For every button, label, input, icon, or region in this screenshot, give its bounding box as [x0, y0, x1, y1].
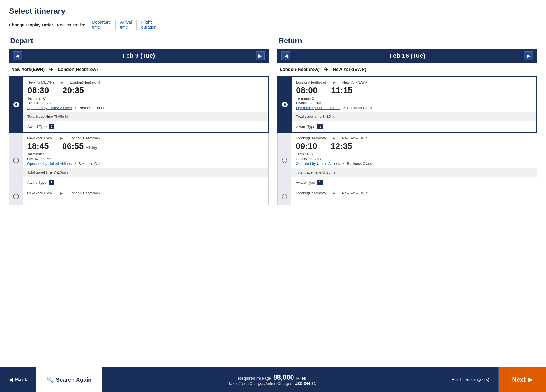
back-button[interactable]: ◀ Back	[0, 367, 36, 392]
return-origin: London(Heathrow)	[280, 67, 320, 72]
depart-heading: Depart	[9, 36, 269, 45]
depart-flight-info-2: New York(EWR) ▶ London(Heathrow) 18:45 0…	[23, 133, 268, 188]
return-date: Feb 16 (Tue)	[389, 52, 425, 59]
depart-partial-card: New York(EWR) ▶ London(Heathrow)	[9, 188, 269, 205]
return-flight-1[interactable]: London(Heathrow) ▶ New York(EWR) 08:00 1…	[277, 76, 537, 133]
return-route-line-1: London(Heathrow) ▶ New York(EWR)	[296, 80, 532, 84]
taxes-row: Taxes/Fees/Charges/Airline Charges USD 3…	[228, 381, 316, 386]
return-radio-col-1	[278, 77, 292, 132]
sort-links: Departuretime Arrivaltime Flightduration	[92, 20, 161, 30]
depart-radio-col-2	[9, 133, 23, 188]
depart-plus-day-2: +1day	[85, 145, 97, 150]
return-aircraft-1: 763	[315, 101, 321, 105]
depart-class-2: Business Class	[78, 162, 103, 166]
main-content: Depart ◀ Feb 9 (Tue) ▶ New York(EWR) ✈ L…	[0, 36, 546, 367]
mileage-value: 88,000	[273, 373, 294, 381]
depart-partial-route: New York(EWR) ▶ London(Heathrow)	[27, 191, 264, 195]
return-operator-meta-1: Operated by United Airlines ↗ Business C…	[296, 106, 532, 110]
return-travel-time-1: Total travel time 8h15min	[292, 112, 536, 121]
depart-award-badge-2: 1	[49, 180, 54, 185]
return-heading: Return	[277, 36, 537, 45]
return-class-2: Business Class	[347, 162, 372, 166]
depart-plane-icon: ✈	[49, 66, 53, 73]
return-times-2: 09:10 12:35	[296, 141, 532, 151]
return-class-1: Business Class	[347, 106, 372, 110]
depart-partial-arrow: ▶	[60, 191, 63, 195]
return-operator-meta-2: Operated by United Airlines ↗ Business C…	[296, 162, 532, 166]
depart-radio-1[interactable]	[13, 102, 19, 107]
return-arrive-time-2: 12:35	[331, 141, 352, 151]
return-from-2: London(Heathrow)	[296, 136, 326, 140]
return-operator-link-2[interactable]: Operated by United Airlines	[296, 162, 340, 166]
next-button[interactable]: Next ▶	[499, 367, 546, 392]
return-award-1: Award Type 1	[296, 123, 532, 129]
depart-next-btn[interactable]: ▶	[256, 51, 265, 60]
depart-meta-2: UA014 ☆ 763	[27, 157, 264, 161]
depart-aircraft-2: 763	[46, 157, 52, 161]
return-prev-btn[interactable]: ◀	[281, 51, 290, 60]
sort-arrival-time[interactable]: Arrivaltime	[115, 20, 137, 30]
top-section: Select itinerary Change Display Order: R…	[0, 0, 546, 36]
return-arrow-1: ▶	[333, 80, 336, 84]
depart-origin: New York(EWR)	[11, 67, 45, 72]
depart-class-1: Business Class	[79, 106, 104, 110]
footer: ◀ Back 🔍 Search Again Required mileage 8…	[0, 367, 546, 392]
return-next-btn[interactable]: ▶	[524, 51, 533, 60]
page-title: Select itinerary	[9, 7, 537, 16]
return-meta-2: UA905 ☆ 763	[296, 157, 532, 161]
depart-destination: London(Heathrow)	[58, 67, 98, 72]
mileage-row: Required mileage 88,000 Miles	[238, 373, 306, 381]
return-partial-radio-col	[278, 188, 291, 205]
return-flight-info-1: London(Heathrow) ▶ New York(EWR) 08:00 1…	[292, 77, 536, 132]
search-again-button[interactable]: 🔍 Search Again	[36, 367, 102, 392]
depart-star-1: ☆	[41, 101, 44, 105]
return-radio-col-2	[278, 133, 291, 188]
depart-date: Feb 9 (Tue)	[123, 52, 155, 59]
depart-meta-1: UA934 ☆ 763	[27, 101, 263, 105]
return-depart-time-2: 09:10	[296, 141, 317, 151]
sort-flight-duration[interactable]: Flightduration	[136, 20, 161, 30]
return-arrive-time-1: 11:15	[331, 86, 353, 95]
return-depart-time-1: 08:00	[296, 86, 318, 95]
depart-prev-btn[interactable]: ◀	[13, 51, 22, 60]
return-operator-link-1[interactable]: Operated by United Airlines	[296, 106, 340, 110]
depart-terminal-2: Terminal: C	[27, 152, 264, 156]
depart-times-2: 18:45 06:55 +1day	[27, 141, 264, 151]
depart-from-1: New York(EWR)	[27, 80, 54, 84]
depart-partial-radio-col	[9, 188, 23, 205]
depart-operator-link-1[interactable]: Operated by United Airlines	[27, 106, 72, 110]
return-award-label-2: Award Type	[296, 180, 315, 185]
return-to-1: New York(EWR)	[342, 80, 369, 84]
depart-radio-2[interactable]	[13, 158, 19, 163]
return-plane-icon: ✈	[324, 66, 328, 73]
return-partial-radio[interactable]	[282, 194, 287, 199]
depart-award-badge-1: 1	[49, 124, 54, 129]
return-terminal-2: Terminal: 2	[296, 152, 532, 156]
depart-flight-2[interactable]: New York(EWR) ▶ London(Heathrow) 18:45 0…	[9, 133, 269, 188]
depart-operator-link-2[interactable]: Operated by United Airlines	[27, 162, 72, 166]
display-order-value: Recommended	[57, 22, 86, 27]
sort-departure-time[interactable]: Departuretime	[92, 20, 115, 30]
next-label: Next	[512, 376, 526, 383]
depart-radio-col-1	[10, 77, 23, 132]
depart-depart-time-2: 18:45	[27, 141, 49, 151]
return-times-1: 08:00 11:15	[296, 86, 532, 95]
depart-partial-info: New York(EWR) ▶ London(Heathrow)	[23, 188, 268, 205]
depart-operator-meta-2: Operated by United Airlines ↗ Business C…	[27, 162, 264, 166]
return-panel: Return ◀ Feb 16 (Tue) ▶ London(Heathrow)…	[277, 36, 537, 367]
depart-flight-1[interactable]: New York(EWR) ▶ London(Heathrow) 08:30 2…	[9, 76, 269, 133]
depart-from-2: New York(EWR)	[27, 136, 54, 140]
return-award-badge-1: 1	[317, 124, 323, 129]
depart-to-1: London(Heathrow)	[70, 80, 100, 84]
return-award-2: Award Type 1	[296, 179, 532, 185]
depart-award-2: Award Type 1	[27, 179, 264, 185]
taxes-label: Taxes/Fees/Charges/Airline Charges	[228, 381, 292, 386]
return-radio-2[interactable]	[282, 158, 287, 163]
depart-arrow-1: ▶	[61, 80, 63, 84]
mileage-label: Required mileage	[238, 376, 271, 381]
return-partial-to: New York(EWR)	[342, 191, 368, 195]
depart-partial-radio[interactable]	[13, 194, 19, 199]
return-radio-1[interactable]	[282, 102, 288, 107]
return-flight-2[interactable]: London(Heathrow) ▶ New York(EWR) 09:10 1…	[277, 133, 537, 188]
page-wrapper: Select itinerary Change Display Order: R…	[0, 0, 546, 392]
